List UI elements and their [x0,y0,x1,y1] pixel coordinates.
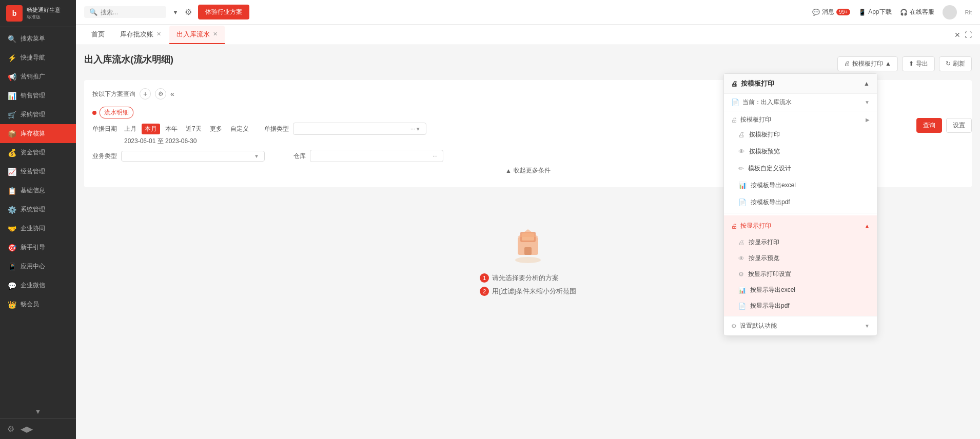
filter-voucher-type-label: 单据类型 [264,125,289,133]
sidebar: b 畅捷通好生意 标准版 🔍 搜索菜单 ⚡ 快捷导航 📢 营销推广 📊 销售管理… [0,0,76,439]
topbar-gear-icon[interactable]: ⚙ [185,7,192,17]
guide-icon: 🎯 [7,244,16,252]
topbar-dropdown-arrow[interactable]: ▼ [172,9,179,16]
export-icon: ⬆ [909,60,914,67]
current-label-icon: 📄 [731,98,739,106]
operations-icon: 📈 [7,168,16,176]
print-dropdown-title-row: 🖨 按模板打印 [731,79,774,88]
print-template-print-item[interactable]: 🖨 按模板打印 [724,126,877,143]
status-dot [92,111,96,115]
refresh-btn[interactable]: ↻ 刷新 [939,56,972,71]
sidebar-item-search-menu[interactable]: 🔍 搜索菜单 [0,29,76,48]
print-template-preview-item[interactable]: 👁 按模板预览 [724,143,877,160]
app-badge: 标准版 [27,14,61,21]
display-preview-label: 按显示预览 [749,254,779,263]
sidebar-item-marketing[interactable]: 📢 营销推广 [0,67,76,86]
filter-warehouse-label: 仓库 [293,152,306,161]
username-label: Rit [965,9,972,15]
tab-batch-account-close[interactable]: ✕ [156,31,161,37]
svg-point-0 [515,257,541,263]
sidebar-item-finance[interactable]: 💰 资金管理 [0,143,76,162]
tab-inout-flow-close[interactable]: ✕ [213,31,218,37]
print-current-label-row: 📄 当前：出入库流水 ▼ [724,94,877,111]
status-tag-label: 流水明细 [100,107,133,118]
sidebar-item-app-center[interactable]: 📱 应用中心 [0,257,76,276]
sidebar-item-inventory[interactable]: 📦 库存核算 [0,124,76,143]
template-section-header[interactable]: 🖨 按模板打印 ▶ [724,111,877,126]
search-input[interactable] [101,9,152,16]
display-excel-label: 按显示导出excel [750,286,795,294]
filter-warehouse-select[interactable]: ··· [310,150,443,162]
print-template-custom-item[interactable]: ✏ 模板自定义设计 [724,160,877,177]
tab-maximize-btn[interactable]: ⛶ [965,31,972,39]
purchase-icon: 🛒 [7,111,16,119]
template-excel-label: 按模板导出excel [751,181,796,190]
message-btn[interactable]: 💬 消息 99+ [812,8,850,16]
quick-nav-icon: ⚡ [7,54,16,62]
tab-batch-account[interactable]: 库存批次账 ✕ [113,26,168,44]
display-section-header[interactable]: 🖨 按显示打印 ▲ [724,217,877,234]
app-download-btn[interactable]: 📱 App下载 [858,8,891,16]
filter-date-more[interactable]: 更多 [207,124,225,134]
sidebar-item-quick-nav[interactable]: ⚡ 快捷导航 [0,48,76,67]
settings-btn[interactable]: 设置 [946,118,972,133]
export-btn[interactable]: ⬆ 导出 [902,56,935,71]
filter-collapse-btn[interactable]: « [170,90,174,98]
query-actions: 查询 设置 [916,118,972,133]
sidebar-item-label: 企业协同 [21,224,45,233]
online-service-btn[interactable]: 🎧 在线客服 [900,8,934,16]
filter-voucher-type-select[interactable]: ··· ▼ [293,123,426,135]
query-btn[interactable]: 查询 [916,118,942,133]
filter-add-btn[interactable]: + [140,88,151,99]
print-template-pdf-item[interactable]: 📄 按模板导出pdf [724,194,877,211]
svg-rect-5 [524,247,532,255]
sidebar-item-collab[interactable]: 🤝 企业协同 [0,219,76,238]
print-template-excel-item[interactable]: 📊 按模板导出excel [724,177,877,194]
sidebar-item-wechat[interactable]: 💬 企业微信 [0,276,76,295]
filter-date-this-month[interactable]: 本月 [142,124,160,134]
print-default-section[interactable]: ⚙ 设置默认功能 ▼ [724,316,877,335]
sidebar-item-operations[interactable]: 📈 经营管理 [0,162,76,181]
print-dropdown-header: 🖨 按模板打印 ▲ [724,74,877,94]
filter-gear-btn[interactable]: ⚙ [155,88,166,99]
topbar-right: 💬 消息 99+ 📱 App下载 🎧 在线客服 Rit [812,5,972,19]
filter-business-type-select[interactable]: ▼ [121,151,265,162]
sidebar-item-member[interactable]: 👑 畅会员 [0,295,76,314]
display-preview-item[interactable]: 👁 按显示预览 [724,250,877,266]
filter-date-this-year[interactable]: 本年 [162,124,181,134]
sidebar-item-label: 采购管理 [21,110,45,119]
basic-info-icon: 📋 [7,187,16,195]
filter-warehouse-more-icon: ··· [433,152,438,159]
user-avatar[interactable] [943,5,957,19]
topbar-search-box[interactable]: 🔍 [84,6,166,18]
settings-icon[interactable]: ⚙ [7,424,14,434]
display-pdf-item[interactable]: 📄 按显示导出pdf [724,298,877,314]
sidebar-item-purchase[interactable]: 🛒 采购管理 [0,105,76,124]
tab-close-btn[interactable]: ✕ [954,31,961,39]
filter-date-custom[interactable]: 自定义 [227,124,252,134]
collapse-sidebar-icon[interactable]: ◀▶ [21,424,33,434]
main-content: 🔍 ▼ ⚙ 体验行业方案 💬 消息 99+ 📱 App下载 🎧 在线客服 Rit [76,0,980,439]
print-dropdown-collapse-btn[interactable]: ▲ [864,80,870,87]
filter-date-label: 单据日期 [92,125,117,133]
tab-inout-flow[interactable]: 出入库流水 ✕ [169,26,225,44]
print-dropdown: 🖨 按模板打印 ▲ 📄 当前：出入库流水 ▼ 🖨 按模板打印 [723,73,877,336]
print-dropdown-arrow: ▲ [885,60,891,67]
sidebar-nav: 🔍 搜索菜单 ⚡ 快捷导航 📢 营销推广 📊 销售管理 🛒 采购管理 📦 库存核… [0,27,76,405]
tab-home[interactable]: 首页 [84,26,112,44]
display-print-settings-item[interactable]: ⚙ 按显示打印设置 [724,266,877,282]
display-excel-item[interactable]: 📊 按显示导出excel [724,282,877,298]
sidebar-item-guide[interactable]: 🎯 新手引导 [0,238,76,257]
sidebar-item-basic-info[interactable]: 📋 基础信息 [0,181,76,200]
sidebar-item-system[interactable]: ⚙️ 系统管理 [0,200,76,219]
sidebar-item-sales[interactable]: 📊 销售管理 [0,86,76,105]
industry-btn[interactable]: 体验行业方案 [198,5,249,19]
print-template-btn[interactable]: 🖨 按模板打印 ▲ [837,56,898,71]
app-logo: b 畅捷通好生意 标准版 [0,0,76,27]
filter-date-last-7-days[interactable]: 近7天 [183,124,205,134]
tab-bar: 首页 库存批次账 ✕ 出入库流水 ✕ ✕ ⛶ [76,25,980,45]
display-print-item[interactable]: 🖨 按显示打印 [724,234,877,250]
print-dropdown-title-text: 按模板打印 [741,79,774,88]
sidebar-scroll-down[interactable]: ▼ [0,405,76,418]
filter-date-last-month[interactable]: 上月 [121,124,140,134]
